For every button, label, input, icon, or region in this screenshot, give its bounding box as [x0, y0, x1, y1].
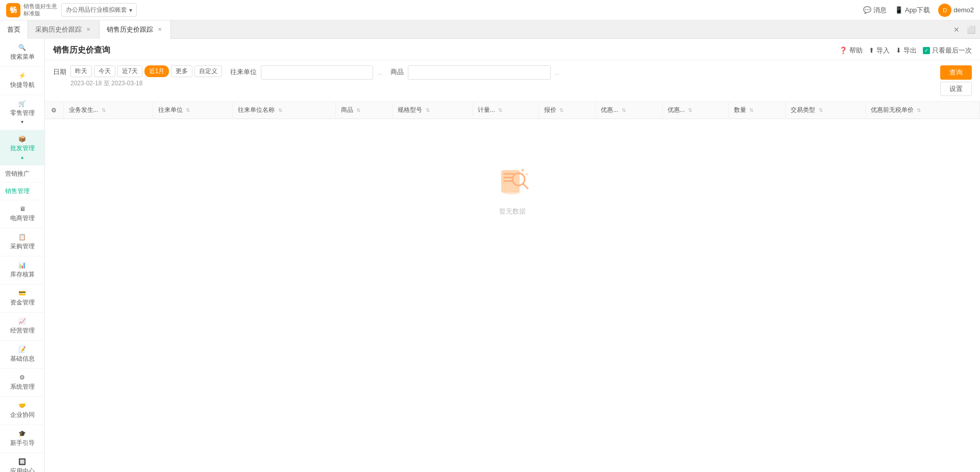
- sidebar-item-system-mgmt[interactable]: ⚙ 系统管理: [0, 369, 44, 397]
- header-left: 畅 销售值好生意 标准版 办公用品行业模拟账套 ▾: [6, 3, 137, 17]
- goods-filter-group: 商品 ...: [390, 65, 559, 80]
- th-unit[interactable]: 计量... ⇅: [472, 102, 538, 119]
- collab-icon: 🤝: [18, 402, 26, 409]
- logo-text: 销售值好生意 标准版: [23, 3, 57, 16]
- filter-bar: 日期 昨天 今天 近7天 近1月 更多 自定义 2023-02-18 至 202…: [45, 60, 980, 102]
- sort-icon-unit: ⇅: [498, 107, 502, 113]
- close-tab-btn[interactable]: ✕: [951, 25, 962, 35]
- top-header: 畅 销售值好生意 标准版 办公用品行业模拟账套 ▾ 💬 消息 📱 App下载 D…: [0, 0, 980, 20]
- sidebar-item-quick-nav[interactable]: ⚡ 快捷导航: [0, 67, 44, 95]
- sort-icon-goods: ⇅: [356, 107, 360, 113]
- logo-icon: 畅: [6, 3, 20, 17]
- help-btn[interactable]: ❓ 帮助: [839, 46, 863, 55]
- th-discount1[interactable]: 优惠... ⇅: [596, 102, 662, 119]
- th-counterpart-code[interactable]: 往来单位 ⇅: [153, 102, 233, 119]
- chevron-down-icon: ▾: [129, 7, 132, 14]
- help-icon: ❓: [839, 46, 847, 54]
- user-action[interactable]: D demo2: [938, 4, 974, 17]
- th-gear[interactable]: ⚙: [45, 102, 63, 119]
- chevron-down-icon: ▾: [21, 119, 23, 125]
- app-selector[interactable]: 办公用品行业模拟账套 ▾: [61, 3, 137, 17]
- date-btn-today[interactable]: 今天: [94, 65, 115, 77]
- query-button[interactable]: 查询: [940, 65, 972, 80]
- th-pretax-price[interactable]: 优惠前无税单价 ⇅: [865, 102, 979, 119]
- sidebar-item-enterprise-collab[interactable]: 🤝 企业协同: [0, 397, 44, 425]
- date-btn-1month[interactable]: 近1月: [144, 65, 169, 77]
- counterpart-input[interactable]: [261, 65, 373, 80]
- sort-icon-qty: ⇅: [749, 107, 753, 113]
- date-filter-group: 日期 昨天 今天 近7天 近1月 更多 自定义 2023-02-18 至 202…: [53, 65, 222, 88]
- th-goods[interactable]: 商品 ⇅: [335, 102, 392, 119]
- goods-dots: ...: [555, 69, 559, 76]
- retail-icon: 🛒: [18, 100, 26, 107]
- purchase-history-tab-label: 采购历史价跟踪: [35, 25, 82, 34]
- empty-state: 暂无数据: [45, 119, 980, 257]
- th-qty[interactable]: 数量 ⇅: [728, 102, 785, 119]
- date-btn-custom[interactable]: 自定义: [194, 65, 222, 77]
- avatar: D: [938, 4, 951, 17]
- page-header: 销售历史价查询 ❓ 帮助 ⬆ 导入 ⬇ 导出 ✓: [45, 39, 980, 60]
- svg-point-7: [521, 169, 524, 172]
- sidebar-item-retail-mgmt[interactable]: 🛒 零售管理 ▾: [0, 95, 44, 130]
- svg-rect-2: [503, 173, 514, 175]
- th-discount2[interactable]: 优惠... ⇅: [662, 102, 728, 119]
- svg-point-8: [526, 173, 528, 175]
- date-label: 日期: [53, 65, 66, 77]
- search-icon: 🔍: [18, 44, 26, 51]
- sort-icon-spec: ⇅: [426, 107, 430, 113]
- th-quote[interactable]: 报价 ⇅: [539, 102, 596, 119]
- tab-purchase-history[interactable]: 采购历史价跟踪 ✕: [28, 20, 100, 39]
- sidebar-sub-item-marketing[interactable]: 营销推广: [0, 166, 44, 183]
- basic-info-icon: 📝: [18, 346, 26, 353]
- page-title: 销售历史价查询: [53, 45, 110, 56]
- tab-home[interactable]: 首页: [0, 20, 28, 39]
- date-options: 昨天 今天 近7天 近1月 更多 自定义 2023-02-18 至 2023-0…: [70, 65, 222, 88]
- maximize-btn[interactable]: ⬜: [966, 25, 976, 35]
- sidebar-item-ecommerce-mgmt[interactable]: 🖥 电商管理: [0, 200, 44, 228]
- th-biz-date[interactable]: 业务发生... ⇅: [63, 102, 153, 119]
- tab-sales-history[interactable]: 销售历史价跟踪 ✕: [100, 20, 171, 39]
- sidebar-item-search-menu[interactable]: 🔍 搜索菜单: [0, 39, 44, 67]
- page-container: 销售历史价查询 ❓ 帮助 ⬆ 导入 ⬇ 导出 ✓: [45, 39, 980, 472]
- sidebar-item-app-center[interactable]: 🔲 应用中心: [0, 453, 44, 472]
- sidebar: 🔍 搜索菜单 ⚡ 快捷导航 🛒 零售管理 ▾ 📦 批发管理 ▴ 营销推广 销售管…: [0, 39, 45, 472]
- sidebar-item-onboarding[interactable]: 🎓 新手引导: [0, 425, 44, 453]
- goods-input[interactable]: [408, 65, 551, 80]
- counterpart-dots: ...: [377, 69, 382, 76]
- date-btn-7days[interactable]: 近7天: [117, 65, 142, 77]
- logo-area: 畅 销售值好生意 标准版: [6, 3, 57, 17]
- svg-rect-3: [503, 177, 512, 178]
- tab-close-sales[interactable]: ✕: [156, 26, 163, 33]
- download-icon: 📱: [895, 6, 903, 14]
- sidebar-item-purchase-mgmt[interactable]: 📋 采购管理: [0, 228, 44, 256]
- checkbox-icon: ✓: [923, 47, 930, 54]
- sidebar-item-inventory[interactable]: 📊 库存核算: [0, 256, 44, 285]
- import-btn[interactable]: ⬆ 导入: [869, 46, 890, 55]
- date-btn-yesterday[interactable]: 昨天: [70, 65, 92, 77]
- only-last-checkbox[interactable]: ✓ 只看最后一次: [923, 46, 972, 55]
- sidebar-item-finance-mgmt[interactable]: 💳 资金管理: [0, 285, 44, 313]
- th-counterpart-name[interactable]: 往来单位名称 ⇅: [233, 102, 336, 119]
- empty-text: 暂无数据: [499, 207, 526, 216]
- settings-button[interactable]: 设置: [940, 82, 972, 96]
- tab-close-purchase[interactable]: ✕: [85, 26, 92, 33]
- gear-icon: ⚙: [51, 107, 57, 114]
- th-tx-type[interactable]: 交易类型 ⇅: [786, 102, 866, 119]
- export-btn[interactable]: ⬇ 导出: [896, 46, 917, 55]
- sidebar-item-wholesale-mgmt[interactable]: 📦 批发管理 ▴: [0, 130, 44, 166]
- date-btn-more[interactable]: 更多: [171, 65, 192, 77]
- sort-icon-tx-type: ⇅: [819, 107, 823, 113]
- sidebar-item-operations-mgmt[interactable]: 📈 经营管理: [0, 313, 44, 341]
- sidebar-sub-item-sales-mgmt[interactable]: 销售管理: [0, 183, 44, 200]
- ecommerce-icon: 🖥: [19, 205, 26, 213]
- data-table: ⚙ 业务发生... ⇅ 往来单位 ⇅ 往来单位名称: [45, 102, 980, 119]
- th-spec[interactable]: 规格型号 ⇅: [393, 102, 473, 119]
- operations-icon: 📈: [18, 318, 26, 325]
- app-download-action[interactable]: 📱 App下载: [895, 6, 930, 15]
- message-action[interactable]: 💬 消息: [863, 6, 887, 15]
- sort-icon-biz-date: ⇅: [102, 107, 106, 113]
- counterpart-input-group: ...: [261, 65, 382, 80]
- app-center-icon: 🔲: [18, 458, 26, 465]
- sidebar-item-basic-info[interactable]: 📝 基础信息: [0, 341, 44, 369]
- sort-icon-counterpart-code: ⇅: [186, 107, 190, 113]
